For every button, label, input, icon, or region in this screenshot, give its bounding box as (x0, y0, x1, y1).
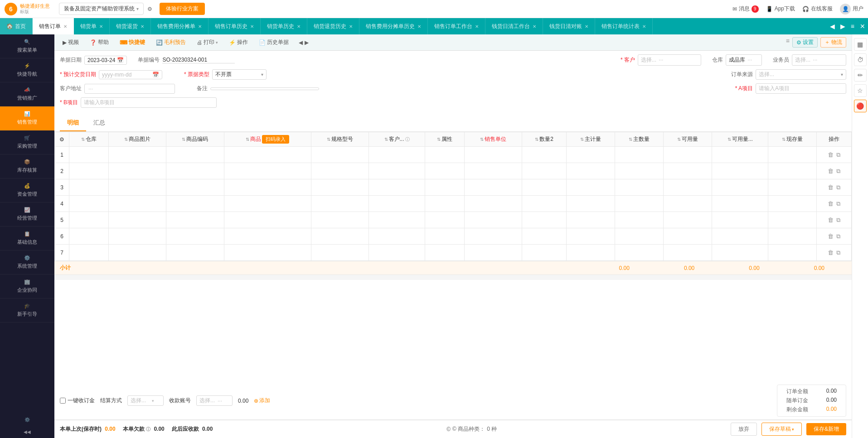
row7-code[interactable] (166, 245, 224, 261)
tab-return-history-close[interactable]: ✕ (297, 24, 301, 29)
tab-expense-history-close[interactable]: ✕ (417, 24, 421, 29)
row2-main-unit[interactable] (567, 163, 615, 179)
row3-customer-code[interactable] (369, 179, 425, 196)
row5-available[interactable] (664, 212, 712, 228)
sidebar-item-base-info[interactable]: 📋 基础信息 (0, 226, 54, 250)
row4-img[interactable] (108, 196, 166, 212)
col-qty2-header[interactable]: ⇅数量2 (522, 132, 567, 147)
online-support-btn[interactable]: 🎧 在线客服 (802, 5, 833, 13)
sidebar-item-enterprise[interactable]: 🏢 企业协同 (0, 274, 54, 298)
row4-delete-icon[interactable]: 🗑 (828, 200, 834, 207)
row1-code[interactable] (166, 147, 224, 163)
salesperson-input[interactable]: 选择... ··· (792, 54, 846, 66)
col-customer-code-header[interactable]: ⇅客户...ⓘ (369, 132, 425, 147)
one-click-checkbox-input[interactable] (60, 398, 66, 404)
row6-main-unit[interactable] (567, 228, 615, 245)
tab-sales-refund-close[interactable]: ✕ (141, 24, 144, 29)
tab-detail[interactable]: 明细 (60, 115, 86, 131)
sidebar-item-finance[interactable]: 💰 资金管理 (0, 178, 54, 202)
col-current-stock-header[interactable]: ⇅现存量 (768, 132, 817, 147)
sidebar-footer-collapse[interactable]: ◀◀ (0, 426, 54, 438)
col-main-unit-header[interactable]: ⇅主计量 (567, 132, 615, 147)
row4-spec[interactable] (311, 196, 369, 212)
industry-btn[interactable]: 体验行业方案 (160, 3, 205, 15)
row6-sales-unit[interactable] (464, 228, 522, 245)
tab-order-history[interactable]: 销售订单历史 ✕ (209, 18, 261, 34)
row5-copy-icon[interactable]: ⧉ (836, 217, 840, 224)
row5-code[interactable] (166, 212, 224, 228)
sidebar-item-marketing[interactable]: 📣 营销推广 (0, 82, 54, 106)
message-btn[interactable]: ✉ 消息 9 (732, 5, 759, 13)
customer-input[interactable]: 选择... ··· (638, 54, 701, 66)
row1-current-stock[interactable] (768, 147, 817, 163)
tab-order-workbench-close[interactable]: ✕ (475, 24, 479, 29)
row4-main-unit[interactable] (567, 196, 615, 212)
row2-img[interactable] (108, 163, 166, 179)
row3-main-unit[interactable] (567, 179, 615, 196)
row5-current-stock[interactable] (768, 212, 817, 228)
add-account-btn[interactable]: ⊕ 添加 (254, 397, 270, 404)
docno-input[interactable] (162, 57, 235, 63)
row3-qty2[interactable] (522, 179, 567, 196)
save-draft-dropdown-icon[interactable]: ▾ (792, 427, 794, 432)
row4-main-qty[interactable] (615, 196, 664, 212)
row5-spec[interactable] (311, 212, 369, 228)
row2-copy-icon[interactable]: ⧉ (836, 168, 840, 175)
note-input[interactable] (210, 87, 319, 90)
row1-available[interactable] (664, 147, 712, 163)
row4-current-stock[interactable] (768, 196, 817, 212)
row1-delete-icon[interactable]: 🗑 (828, 151, 834, 158)
row5-main-unit[interactable] (567, 212, 615, 228)
print-btn[interactable]: 🖨 打印 ▾ (194, 38, 221, 47)
row5-main-qty[interactable] (615, 212, 664, 228)
sidebar-item-guide[interactable]: 🎓 新手引导 (0, 298, 54, 322)
app-download-btn[interactable]: 📱 App下载 (766, 5, 795, 13)
row1-spec[interactable] (311, 147, 369, 163)
row3-sales-unit[interactable] (464, 179, 522, 196)
row4-attr[interactable] (425, 196, 465, 212)
row7-product[interactable] (224, 245, 311, 261)
action-btn[interactable]: ⚡ 操作 (226, 38, 251, 47)
col-gear-header[interactable]: ⚙ (55, 132, 69, 147)
col-sales-unit-header[interactable]: ⇅销售单位 (464, 132, 522, 147)
settings-sidebar-btn[interactable]: ⚙ 设置 (792, 37, 818, 48)
row3-available2[interactable] (712, 179, 768, 196)
row7-warehouse[interactable] (69, 245, 109, 261)
date-field[interactable]: 2023-03-24 📅 (84, 56, 127, 65)
col-attr-header[interactable]: ⇅属性 (425, 132, 465, 147)
nav-menu-icon[interactable]: ≡ (848, 23, 857, 30)
customer-addr-input[interactable]: ··· (84, 84, 175, 94)
row3-main-qty[interactable] (615, 179, 664, 196)
row7-copy-icon[interactable]: ⧉ (836, 249, 840, 256)
col-warehouse-header[interactable]: ⇅仓库 (69, 132, 109, 147)
row1-sales-unit[interactable] (464, 147, 522, 163)
user-avatar[interactable]: 👤 用户 (840, 4, 863, 14)
list-view-icon[interactable]: ≡ (786, 37, 790, 48)
row1-warehouse[interactable] (69, 147, 109, 163)
right-panel-icon-2[interactable]: ⏱ (854, 53, 867, 66)
payment-method-select[interactable]: 选择... ▾ (127, 395, 164, 406)
tab-summary[interactable]: 汇总 (86, 115, 112, 131)
col-product-code-header[interactable]: ⇅商品编码 (166, 132, 224, 147)
row3-available[interactable] (664, 179, 712, 196)
nav-next-doc-icon[interactable]: ▶ (305, 39, 309, 46)
row3-copy-icon[interactable]: ⧉ (836, 184, 840, 191)
row7-available2[interactable] (712, 245, 768, 261)
row4-available[interactable] (664, 196, 712, 212)
col-product-header[interactable]: ⇅商品 扫码录入 (224, 132, 311, 147)
row6-img[interactable] (108, 228, 166, 245)
tab-return-history[interactable]: 销货单历史 ✕ (261, 18, 307, 34)
row7-delete-icon[interactable]: 🗑 (828, 249, 834, 256)
invoice-type-select[interactable]: 不开票 ▾ (212, 69, 267, 80)
row5-sales-unit[interactable] (464, 212, 522, 228)
row7-spec[interactable] (311, 245, 369, 261)
a-project-input[interactable]: 请输入A项目 (756, 83, 846, 94)
row6-code[interactable] (166, 228, 224, 245)
settings-button[interactable]: ⚙ (144, 4, 156, 14)
col-main-qty-header[interactable]: ⇅主数量 (615, 132, 664, 147)
row2-attr[interactable] (425, 163, 465, 179)
row7-sales-unit[interactable] (464, 245, 522, 261)
row3-code[interactable] (166, 179, 224, 196)
tab-expense-history[interactable]: 销售费用分摊单历史 ✕ (359, 18, 428, 34)
row2-available[interactable] (664, 163, 712, 179)
